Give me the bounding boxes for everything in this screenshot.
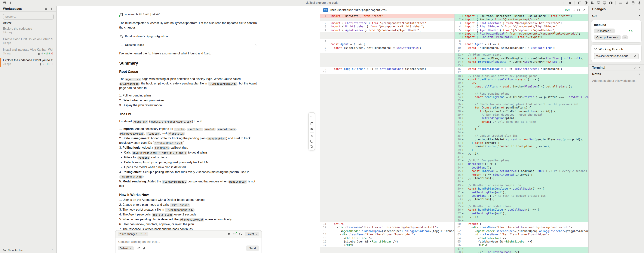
monitor-icon[interactable] <box>603 1 606 5</box>
branch-icon <box>596 30 599 32</box>
inline-code: TaskDetail.tsx <box>119 175 143 178</box>
terminal-icon[interactable] <box>596 1 600 5</box>
workspaces-title: Workspaces <box>3 7 22 10</box>
send-button[interactable]: Send <box>246 246 259 251</box>
chevdown-icon[interactable] <box>582 8 586 12</box>
tool-call-row[interactable]: npm run build 2>&1 | tail -80 <box>119 12 258 17</box>
workspace-item[interactable]: Explore the codebase I want you to exp7h… <box>0 57 56 68</box>
branch-selector[interactable]: master <box>594 28 615 34</box>
git-compare-icon[interactable] <box>310 145 313 148</box>
ban-icon[interactable] <box>310 122 313 125</box>
dots-icon[interactable] <box>635 29 639 33</box>
signout-icon[interactable] <box>10 1 13 4</box>
diff-added-line: 56+ const handlePlanClose = useCallback(… <box>454 208 588 212</box>
working-branch-input[interactable]: vk/3ccf-explore-the-code <box>594 53 639 59</box>
pr-options-button[interactable] <box>622 35 628 40</box>
workspace-item[interactable]: Create Good First Issues on Github So p6… <box>0 36 56 46</box>
diff-added-line: 67+ <box>454 247 588 250</box>
diff-file-header[interactable]: TS /medusa/medusa/src/pages/Agent.tsx +5… <box>320 6 588 14</box>
view-archive-button[interactable]: View Archive 0 <box>0 247 56 253</box>
diff-additions: +59 <box>564 8 570 12</box>
todos-icon[interactable] <box>233 232 236 236</box>
pen-icon[interactable] <box>142 246 146 250</box>
files-changed-badge[interactable]: 2 files changed +61 -3 <box>118 232 148 236</box>
diff-filler <box>320 99 454 102</box>
chevdown-icon <box>129 247 132 249</box>
tool-call-row[interactable]: Read medusa/src/pages/Agent.tsx <box>119 34 258 39</box>
inline-code: useEffect <box>187 128 203 131</box>
notes-placeholder[interactable]: Add notes about this workspace... <box>589 77 644 84</box>
pencil-icon <box>634 54 636 58</box>
subheading: The Fix <box>119 112 258 116</box>
diff-row: 2+import { invoke } from "@tauri-apps/ap… <box>320 18 588 22</box>
sparkle-icon[interactable] <box>227 232 230 236</box>
chevrons-up-icon[interactable] <box>568 1 572 5</box>
diff-added-line: 24+ const pendingPlans = allPlans.filter… <box>454 95 588 99</box>
diff-context-line: 14 <div className="flex flex-1 overflow-… <box>320 233 454 236</box>
latest-selector[interactable]: Latest <box>245 232 259 236</box>
diff-row: 30+ setPendingPlan(plan); <box>320 116 588 120</box>
section-git[interactable]: Git <box>589 12 644 19</box>
help-icon[interactable] <box>631 1 635 5</box>
inline-code: get_all_plans <box>152 213 173 216</box>
diff-filler <box>320 187 454 190</box>
titlebar-right-icons <box>562 1 641 5</box>
deletions-count: -3 <box>144 233 146 235</box>
mode-selector[interactable]: Default <box>118 246 134 250</box>
layers-icon[interactable] <box>44 7 48 10</box>
copy-icon[interactable] <box>310 127 313 130</box>
open-pr-button[interactable]: Open pull request <box>594 35 621 40</box>
diff-added-line: 45+ const interval = setInterval(loadPla… <box>454 169 588 173</box>
pause-icon[interactable] <box>562 1 565 5</box>
ban-icon[interactable] <box>577 8 580 12</box>
dots-icon[interactable] <box>310 115 313 118</box>
chat-scroll-area[interactable]: npm run build 2>&1 | tail -80The build c… <box>57 6 320 233</box>
composer-input[interactable]: Continue working on this task... <box>115 238 261 244</box>
diff-added-line: 51+ setPendingPlan(null); <box>454 190 588 194</box>
diff-row: 32+ } <box>320 124 588 127</box>
terminal-icon <box>119 13 123 16</box>
diff-row: 31+ break; // Only open one at a time <box>320 120 588 124</box>
section-notes[interactable]: Notes <box>589 70 644 77</box>
chevdown-icon[interactable] <box>254 44 258 46</box>
diff-row: 20+ try { <box>320 81 588 85</box>
gear-icon[interactable] <box>638 1 641 5</box>
diff-row: 41+ <box>320 155 588 159</box>
archive-icon[interactable] <box>3 1 6 4</box>
section-changes[interactable]: Changes <box>589 6 644 12</box>
archive-icon <box>3 249 6 252</box>
plus-icon[interactable] <box>50 7 53 10</box>
message-icon[interactable] <box>584 1 588 5</box>
window-title: vk/3ccf-explore-the-code <box>306 1 338 4</box>
clip-icon[interactable] <box>136 246 140 250</box>
panel-left-icon[interactable] <box>578 1 582 5</box>
diff-added-line: 31+ break; // Only open one at a time <box>454 120 588 124</box>
caretdown-icon <box>638 73 640 75</box>
diff-added-line: 19+ const loadPlans = useCallback(async … <box>454 78 588 81</box>
inline-code: pendingPlan <box>208 137 226 140</box>
git-compare-icon[interactable] <box>590 1 594 5</box>
megaphone-icon[interactable] <box>625 1 628 5</box>
diff-added-line: 13+ const [pendingPlan, setPendingPlan] … <box>454 56 588 60</box>
diff-row: 25+ <box>320 99 588 102</box>
diff-row: 33+ } <box>320 127 588 131</box>
workspace-item[interactable]: Explore the codebase35m ago <box>0 26 56 36</box>
section-terminal[interactable]: Terminal <box>589 64 644 70</box>
search-input[interactable] <box>3 14 54 20</box>
list-item: 3. The hook script creates a file in ~/.… <box>119 208 258 212</box>
diff-filler <box>320 116 454 120</box>
tool-call-row[interactable]: Updated Todos <box>119 43 258 47</box>
play-icon[interactable] <box>310 134 313 138</box>
inline-code: PlanReviewModal <box>119 132 144 135</box>
diff-filler <box>320 190 454 194</box>
workspace-item[interactable]: Install and integrate Vibe Kanban Web C7… <box>0 46 56 57</box>
menu-icon[interactable] <box>619 1 622 5</box>
inline-code: medusa/src/pages/Agent.tsx <box>150 120 192 123</box>
expand-icon[interactable] <box>634 66 636 69</box>
inline-code: pendingPlan <box>228 180 247 183</box>
loader-icon[interactable] <box>239 232 242 236</box>
list-item: 4. Polling effect: Set up a polling inte… <box>119 170 258 179</box>
diff-row: 26+ // Check for new pending plans that … <box>320 102 588 106</box>
panel-right-icon[interactable] <box>609 1 612 5</box>
monitor-icon[interactable] <box>310 140 313 143</box>
